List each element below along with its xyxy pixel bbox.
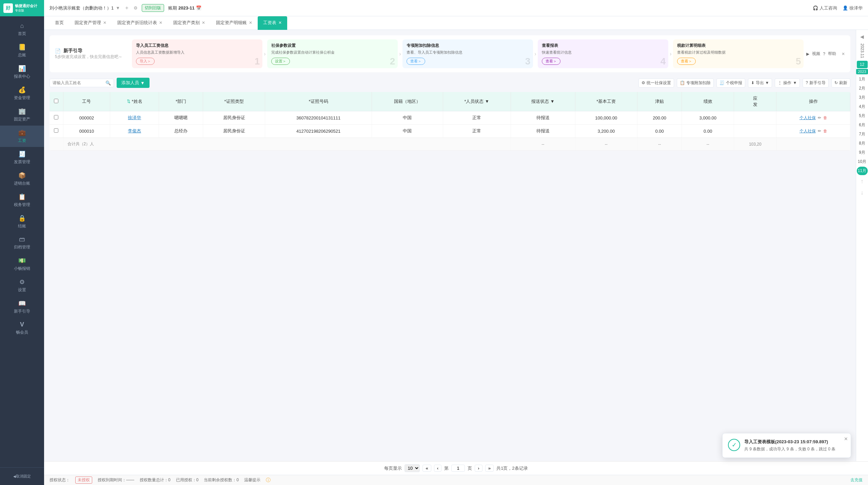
month-item-10[interactable]: 10月 xyxy=(857,157,868,166)
cancel-fixed-btn[interactable]: ◀ 取消固定 xyxy=(0,471,44,482)
account-selector[interactable]: 刘小艳演示账套（勿删勿动！）1 ▼ xyxy=(50,5,120,11)
sidebar-item-settings[interactable]: ⚙ 设置 xyxy=(0,275,44,296)
tab-close-asset-manage[interactable]: ✕ xyxy=(103,20,106,25)
logo-text: 畅捷通好会计 专业版 xyxy=(15,3,37,13)
per-page-select[interactable]: 10 20 50 xyxy=(405,464,420,472)
tab-home[interactable]: 首页 xyxy=(50,16,69,30)
refresh-icon: ↻ xyxy=(834,80,838,85)
auth-count: 授权数量总计：0 xyxy=(140,477,171,483)
deduction-btn[interactable]: 📋 专项附加扣除 xyxy=(677,78,714,88)
tab-asset-type[interactable]: 固定资产类别 ✕ xyxy=(168,16,211,30)
sidebar-item-reports[interactable]: 📊 报表中心 xyxy=(0,61,44,83)
operation-btn[interactable]: ⋮ 操作 ▼ xyxy=(775,78,800,88)
guide-step-1-btn[interactable]: 导入＞ xyxy=(136,58,155,65)
guide-step-4-btn[interactable]: 查看＞ xyxy=(542,58,560,65)
switch-version-btn[interactable]: 切到旧版 xyxy=(142,4,164,12)
sidebar-item-invoice[interactable]: 🧾 发票管理 xyxy=(0,147,44,168)
sidebar-item-tax[interactable]: 📋 税务管理 xyxy=(0,190,44,211)
tab-close-depreciation[interactable]: ✕ xyxy=(159,20,162,25)
new-guide-btn[interactable]: ? 新手引导 xyxy=(803,78,829,88)
prev-page-btn[interactable]: ‹ xyxy=(434,465,441,472)
last-page-btn[interactable]: » xyxy=(485,465,494,472)
sidebar-item-close[interactable]: 🔒 结账 xyxy=(0,211,44,232)
row1-check[interactable] xyxy=(50,111,63,125)
tax-icon: 🧾 xyxy=(719,80,725,85)
report-filter-icon[interactable]: ▼ xyxy=(550,99,555,104)
panel-down-icon[interactable]: ↓ xyxy=(859,188,865,198)
row2-social-link[interactable]: 个人社保 xyxy=(800,128,816,134)
period-selector[interactable]: 账期 2023-11 📅 xyxy=(168,5,201,11)
tab-payroll-label: 工资表 xyxy=(263,20,276,26)
row1-delete-icon[interactable]: 🗑 xyxy=(823,115,827,120)
summary-dash-1: -- xyxy=(511,138,575,151)
notification-popup: ✓ 导入工资表模板(2023-03-23 15:07:59.897) 共 9 条… xyxy=(722,433,851,458)
sidebar-item-assets[interactable]: 🏢 固定资产 xyxy=(0,104,44,126)
row1-edit-icon[interactable]: ✏ xyxy=(818,115,821,120)
guide-step-4-desc: 快速查看统计信息 xyxy=(542,50,665,55)
tab-close-payroll[interactable]: ✕ xyxy=(278,20,282,25)
sidebar-item-payroll[interactable]: 💼 工资 xyxy=(0,126,44,147)
guide-step-5-btn[interactable]: 查看＞ xyxy=(677,58,696,65)
month-item-7[interactable]: 7月 xyxy=(857,130,868,138)
video-link[interactable]: 视频 xyxy=(812,51,820,57)
export-btn[interactable]: ⬇ 导出 ▼ xyxy=(748,78,772,88)
social-insurance-btn[interactable]: ⚙ 统一社保设置 xyxy=(638,78,674,88)
refresh-btn[interactable]: ↻ 刷新 xyxy=(831,78,850,88)
month-item-8[interactable]: 8月 xyxy=(857,139,868,148)
sidebar-item-archive[interactable]: 🗃 归档管理 xyxy=(0,232,44,254)
help-link[interactable]: 帮助 xyxy=(828,51,836,57)
next-page-btn[interactable]: › xyxy=(475,465,482,472)
month-item-1[interactable]: 1月 xyxy=(857,75,868,83)
tab-close-asset-detail[interactable]: ✕ xyxy=(249,20,252,25)
ai-consult-btn[interactable]: 🎧 人工咨询 xyxy=(813,5,837,11)
add-person-btn[interactable]: 添加人员 ▼ xyxy=(117,78,150,88)
sidebar-item-expense[interactable]: 💵 小畅报销 xyxy=(0,254,44,275)
row2-checkbox[interactable] xyxy=(54,128,58,133)
row2-check[interactable] xyxy=(50,125,63,138)
panel-collapse-btn[interactable]: ◀ xyxy=(859,33,865,41)
month-item-5[interactable]: 5月 xyxy=(857,112,868,120)
tab-depreciation[interactable]: 固定资产折旧统计表 ✕ xyxy=(112,16,168,30)
sidebar-item-guide[interactable]: 📖 新手引导 xyxy=(0,296,44,318)
sidebar-item-sales[interactable]: 📦 进销台账 xyxy=(0,168,44,190)
tab-asset-manage[interactable]: 固定资产管理 ✕ xyxy=(69,16,112,30)
notif-close-btn[interactable]: ✕ xyxy=(844,436,848,442)
settings-account-btn[interactable]: ⚙ xyxy=(134,5,138,11)
first-page-btn[interactable]: « xyxy=(422,465,431,472)
month-item-4[interactable]: 4月 xyxy=(857,102,868,111)
row1-social-link[interactable]: 个人社保 xyxy=(800,115,816,121)
tax-report-btn[interactable]: 🧾 个税申报 xyxy=(716,78,745,88)
charge-link[interactable]: 去充值 xyxy=(850,477,863,483)
sidebar-item-funds[interactable]: 💰 资金管理 xyxy=(0,83,44,104)
month-item-12[interactable]: 12 xyxy=(857,61,868,68)
period-value: 2023-11 xyxy=(178,5,195,11)
month-item-11[interactable]: 11月 xyxy=(857,167,868,175)
month-item-9[interactable]: 9月 xyxy=(857,148,868,157)
row2-edit-icon[interactable]: ✏ xyxy=(818,129,821,133)
panel-up-icon[interactable]: ↑ xyxy=(859,176,865,186)
row2-name-link[interactable]: 李俊杰 xyxy=(128,128,141,133)
tab-asset-detail[interactable]: 固定资产明细账 ✕ xyxy=(211,16,258,30)
month-item-3[interactable]: 3月 xyxy=(857,93,868,102)
page-number-input[interactable] xyxy=(451,465,465,472)
search-box[interactable]: 🔍 xyxy=(50,79,114,87)
tab-payroll[interactable]: 工资表 ✕ xyxy=(258,16,287,30)
guide-step-2-btn[interactable]: 设置＞ xyxy=(271,58,290,65)
user-profile-btn[interactable]: 👤 徐泽华 xyxy=(843,5,863,11)
month-item-6[interactable]: 6月 xyxy=(857,121,868,129)
add-account-btn[interactable]: ＋ xyxy=(124,4,130,12)
tab-close-asset-type[interactable]: ✕ xyxy=(202,20,205,25)
month-item-2[interactable]: 2月 xyxy=(857,84,868,93)
row1-name-link[interactable]: 徐泽华 xyxy=(128,115,141,120)
col-id: 工号 xyxy=(63,92,110,111)
guide-close-btn[interactable]: ✕ xyxy=(842,52,845,56)
row2-delete-icon[interactable]: 🗑 xyxy=(823,129,827,133)
row1-checkbox[interactable] xyxy=(54,115,58,119)
sidebar-item-general[interactable]: 📒 总账 xyxy=(0,40,44,61)
guide-step-3-btn[interactable]: 查看＞ xyxy=(407,58,425,65)
sidebar-item-home[interactable]: ⌂ 首页 xyxy=(0,19,44,40)
search-input[interactable] xyxy=(53,80,103,85)
status-filter-icon[interactable]: ▼ xyxy=(485,99,489,104)
sidebar-item-member[interactable]: V 畅会员 xyxy=(0,318,44,339)
select-all-checkbox[interactable] xyxy=(54,99,58,103)
